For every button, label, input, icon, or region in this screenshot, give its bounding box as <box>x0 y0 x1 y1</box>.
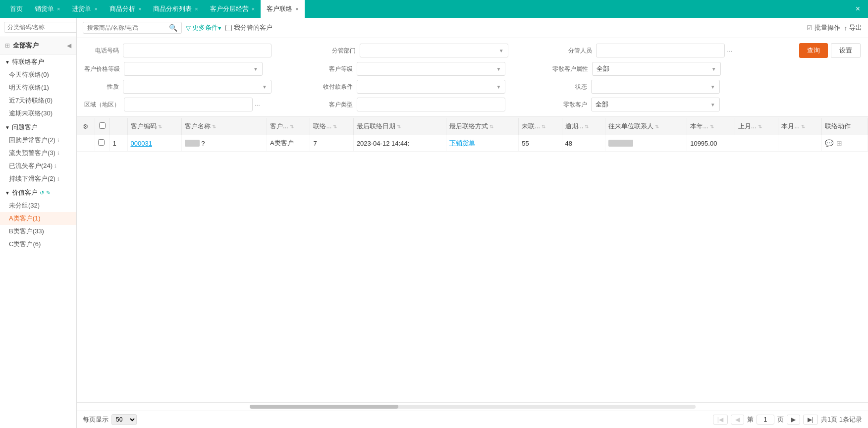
col-contact-header[interactable]: 联络... ⇅ <box>310 118 353 135</box>
nav-tab-sales[interactable]: 销货单 × <box>29 0 66 18</box>
settings-icon[interactable]: ⚙ <box>83 123 89 130</box>
nav-tab-product-analysis-list[interactable]: 商品分析列表 × <box>147 0 204 18</box>
search-box: 🔍 <box>83 22 182 34</box>
sort-last-contact-date-icon[interactable]: ⇅ <box>397 124 401 129</box>
top-nav: 首页 销货单 × 进货单 × 商品分析 × 商品分析列表 × 客户分层经营 × … <box>0 0 868 18</box>
sidebar-item-declining[interactable]: 持续下滑客户(2) ℹ <box>0 172 76 185</box>
my-customers-checkbox[interactable] <box>225 25 232 31</box>
sort-no-contact-icon[interactable]: ⇅ <box>542 124 545 129</box>
nav-tab-sales-close[interactable]: × <box>57 6 60 12</box>
col-last-month-header[interactable]: 上月... ⇅ <box>735 118 778 135</box>
sidebar-item-tomorrow[interactable]: 明天待联络(1) <box>0 81 76 94</box>
row-checkbox[interactable] <box>98 139 105 146</box>
action-link-icon[interactable]: ⊞ <box>836 139 842 147</box>
person-select[interactable] <box>596 44 725 57</box>
retail-select[interactable]: 全部 ▼ <box>591 98 720 111</box>
sort-customer-code-icon[interactable]: ⇅ <box>158 124 162 129</box>
sidebar-item-7days[interactable]: 近7天待联络(0) <box>0 94 76 107</box>
region-ellipsis[interactable]: ··· <box>255 101 260 108</box>
col-settings-header[interactable]: ⚙ <box>77 118 95 135</box>
select-all-checkbox[interactable] <box>99 122 106 129</box>
next-page-button[interactable]: ▶ <box>787 415 800 425</box>
col-this-month-header[interactable]: 本月... ⇅ <box>778 118 821 135</box>
last-page-button[interactable]: ▶| <box>803 415 818 425</box>
scrollbar-thumb[interactable] <box>250 405 398 409</box>
export-button[interactable]: ↑ 导出 <box>844 23 863 32</box>
col-last-contact-method-label: 最后联络方式 <box>449 122 488 131</box>
nav-tab-product-analysis-list-close[interactable]: × <box>195 6 198 12</box>
search-icon[interactable]: 🔍 <box>169 24 177 32</box>
sidebar-item-class-b[interactable]: B类客户(33) <box>0 225 76 238</box>
region-select[interactable] <box>124 98 253 111</box>
col-no-contact-header[interactable]: 未联... ⇅ <box>519 118 562 135</box>
price-grade-select[interactable]: ▼ <box>124 62 263 76</box>
nav-tab-product-analysis[interactable]: 商品分析 × <box>104 0 147 18</box>
all-customers-label[interactable]: 全部客户 <box>13 41 67 50</box>
phone-input[interactable] <box>123 44 271 57</box>
sort-customer-name-icon[interactable]: ⇅ <box>212 124 216 129</box>
category-search-input[interactable] <box>4 22 77 33</box>
my-customers-label: 我分管的客户 <box>234 23 272 32</box>
sort-unit-contact-icon[interactable]: ⇅ <box>655 124 659 129</box>
nav-tab-purchase-close[interactable]: × <box>94 6 97 12</box>
close-all-button[interactable]: × <box>852 4 864 13</box>
sidebar-item-class-c[interactable]: C类客户(6) <box>0 238 76 251</box>
col-overdue-header[interactable]: 逾期... ⇅ <box>562 118 605 135</box>
sort-overdue-icon[interactable]: ⇅ <box>585 124 589 129</box>
col-last-contact-method-header[interactable]: 最后联络方式 ⇅ <box>446 118 519 135</box>
sort-this-month-icon[interactable]: ⇅ <box>801 124 805 129</box>
dept-select[interactable]: ▼ <box>360 44 508 57</box>
nav-tab-purchase[interactable]: 进货单 × <box>66 0 103 18</box>
customer-type-input[interactable] <box>357 98 505 111</box>
nav-tab-customer-segment-close[interactable]: × <box>252 6 255 12</box>
row-customer-code[interactable]: 000031 <box>131 140 152 147</box>
sidebar-item-ungrouped[interactable]: 未分组(32) <box>0 199 76 212</box>
section-problem-customers[interactable]: ▼ 问题客户 <box>0 120 76 134</box>
sidebar-item-repurchase-anomaly[interactable]: 回购异常客户(2) ℹ <box>0 134 76 147</box>
sort-this-year-icon[interactable]: ⇅ <box>710 124 714 129</box>
action-chat-icon[interactable]: 💬 <box>825 139 833 147</box>
col-unit-contact-header[interactable]: 往来单位联系人 ⇅ <box>605 118 687 135</box>
nav-tab-customer-segment[interactable]: 客户分层经营 × <box>204 0 261 18</box>
retail-attr-select[interactable]: 全部 ▼ <box>592 62 721 76</box>
person-ellipsis[interactable]: ··· <box>727 47 732 54</box>
sort-last-contact-method-icon[interactable]: ⇅ <box>489 124 493 129</box>
nature-select[interactable]: ▼ <box>123 80 271 94</box>
sort-customer-level-icon[interactable]: ⇅ <box>290 124 294 129</box>
sidebar-collapse-button[interactable]: ◀ <box>67 42 71 49</box>
sidebar-item-today[interactable]: 今天待联络(0) <box>0 68 76 81</box>
section-value-customers[interactable]: ▼ 价值客户 ↺ ✎ <box>0 185 76 199</box>
first-page-button[interactable]: |◀ <box>713 415 728 425</box>
refresh-value-icon[interactable]: ↺ <box>40 190 44 196</box>
nav-tab-customer-contact[interactable]: 客户联络 × <box>261 0 304 18</box>
row-last-contact-method[interactable]: 下销货单 <box>449 139 475 147</box>
col-customer-code-header[interactable]: 客户编码 ⇅ <box>127 118 181 135</box>
col-checkbox-header[interactable] <box>95 118 109 135</box>
sort-contact-icon[interactable]: ⇅ <box>333 124 337 129</box>
sidebar-item-churned[interactable]: 已流失客户(24) ℹ <box>0 160 76 172</box>
nav-home[interactable]: 首页 <box>4 4 29 13</box>
status-select[interactable]: ▼ <box>591 80 720 94</box>
sidebar-item-churn-warning[interactable]: 流失预警客户(3) ℹ <box>0 147 76 160</box>
payment-select[interactable]: ▼ <box>357 80 505 94</box>
search-input[interactable] <box>87 24 169 31</box>
edit-value-icon[interactable]: ✎ <box>46 190 51 196</box>
customer-grade-select[interactable]: ▼ <box>357 62 505 76</box>
col-customer-level-header[interactable]: 客户... ⇅ <box>267 118 310 135</box>
settings-button[interactable]: 设置 <box>831 43 861 58</box>
prev-page-button[interactable]: ◀ <box>731 415 744 425</box>
query-button[interactable]: 查询 <box>799 43 828 58</box>
per-page-select[interactable]: 50 100 200 <box>111 414 137 425</box>
nav-tab-product-analysis-close[interactable]: × <box>138 6 141 12</box>
filter-more-button[interactable]: ▽ 更多条件 ▾ <box>186 23 221 32</box>
sidebar-item-class-a[interactable]: A类客户(1) <box>0 212 76 225</box>
batch-op-button[interactable]: ☑ 批量操作 <box>807 23 840 32</box>
col-this-year-header[interactable]: 本年... ⇅ <box>687 118 735 135</box>
sort-last-month-icon[interactable]: ⇅ <box>758 124 762 129</box>
nav-tab-customer-contact-close[interactable]: × <box>295 6 298 12</box>
sidebar-item-overdue[interactable]: 逾期未联络(30) <box>0 107 76 120</box>
page-number-input[interactable] <box>757 415 774 425</box>
col-last-contact-date-header[interactable]: 最后联络日期 ⇅ <box>353 118 446 135</box>
col-customer-name-header[interactable]: 客户名称 ⇅ <box>181 118 267 135</box>
section-pending-contact[interactable]: ▼ 待联络客户 <box>0 54 76 68</box>
